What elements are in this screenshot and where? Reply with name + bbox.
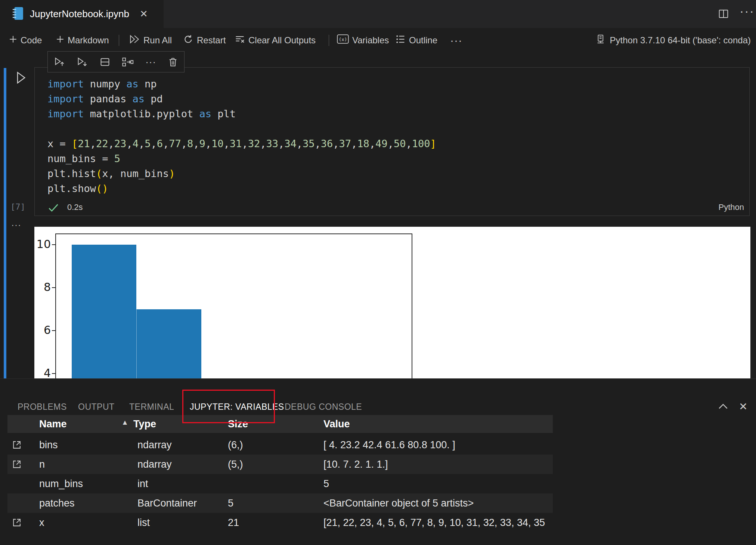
run-all-icon <box>129 34 140 47</box>
panel-close-icon[interactable]: ✕ <box>739 400 747 413</box>
column-header-value[interactable]: Value <box>323 418 350 430</box>
variable-row-num_bins[interactable]: num_binsint5 <box>7 474 553 493</box>
variable-value: [10. 7. 2. 1. 1.] <box>323 459 551 470</box>
cell-more-actions-icon[interactable]: ··· <box>145 60 156 64</box>
plus-icon <box>9 35 17 46</box>
panel-collapse-chevron-icon[interactable] <box>718 403 728 411</box>
output-more-actions-icon[interactable]: ··· <box>11 220 21 230</box>
delete-cell-icon[interactable] <box>168 57 178 67</box>
cell-hover-toolbar: ··· <box>47 51 185 72</box>
y-axis-spine <box>55 233 56 378</box>
vscode-window: JupyterNotebook.ipynb ✕ ··· Code Markdow… <box>0 0 756 545</box>
y-tick-label: 6 <box>35 323 51 337</box>
add-code-cell-button[interactable]: Code <box>9 28 42 52</box>
code-line[interactable]: plt.show() <box>47 181 436 196</box>
y-tick-label: 4 <box>35 366 51 378</box>
add-markdown-cell-button[interactable]: Markdown <box>56 28 109 52</box>
outline-icon <box>395 34 406 47</box>
sort-ascending-icon: ▲ <box>121 418 128 427</box>
code-line[interactable] <box>47 121 436 136</box>
code-line[interactable]: plt.hist(x, num_bins) <box>47 166 436 181</box>
variable-row-bins[interactable]: binsndarray(6,)[ 4. 23.2 42.4 61.6 80.8 … <box>7 435 553 455</box>
panel-tab-jupyter-variables[interactable]: JUPYTER: VARIABLES <box>190 402 284 413</box>
run-all-label: Run All <box>143 35 172 46</box>
split-cell-icon[interactable] <box>99 57 111 67</box>
split-editor-icon[interactable] <box>718 8 729 21</box>
histogram-bar <box>136 309 201 379</box>
matplotlib-histogram-output: 10864 <box>34 227 750 378</box>
y-tick-label: 10 <box>35 238 51 251</box>
variables-icon: (x) <box>337 34 349 46</box>
outline-button[interactable]: Outline <box>395 28 437 52</box>
run-cells-above-icon[interactable] <box>54 57 65 67</box>
variable-size: (5,) <box>228 459 243 470</box>
toolbar-separator <box>119 35 119 46</box>
variable-size: (6,) <box>228 439 243 451</box>
notebook-file-icon <box>11 6 24 22</box>
column-header-name[interactable]: Name <box>39 418 67 430</box>
add-code-label: Code <box>21 35 42 46</box>
variable-size: 5 <box>228 498 233 509</box>
open-data-viewer-icon[interactable] <box>11 439 22 453</box>
panel-tab-terminal[interactable]: TERMINAL <box>129 402 174 413</box>
restart-label: Restart <box>197 35 226 46</box>
variables-button[interactable]: (x) Variables <box>337 28 389 52</box>
cell-success-check-icon <box>48 203 59 214</box>
run-all-button[interactable]: Run All <box>129 28 172 52</box>
column-header-type[interactable]: Type <box>133 418 156 430</box>
cell-selection-indicator <box>4 68 6 378</box>
kernel-icon <box>596 34 606 47</box>
variable-type: BarContainer <box>137 498 197 509</box>
variable-value: [ 4. 23.2 42.4 61.6 80.8 100. ] <box>323 439 551 451</box>
code-line[interactable]: import numpy as np <box>47 77 436 92</box>
code-editor[interactable]: import numpy as npimport pandas as pdimp… <box>47 77 436 196</box>
cell-language-picker[interactable]: Python <box>719 202 744 212</box>
variable-name: n <box>39 459 45 470</box>
variable-type: ndarray <box>137 459 172 470</box>
variable-row-n[interactable]: nndarray(5,)[10. 7. 2. 1. 1.] <box>7 455 553 474</box>
tab-close-icon[interactable]: ✕ <box>140 8 148 20</box>
y-tick-mark <box>52 330 56 331</box>
panel-tab-output[interactable]: OUTPUT <box>78 402 115 413</box>
tab-jupyternotebook[interactable]: JupyterNotebook.ipynb ✕ <box>0 0 164 28</box>
variable-size: 21 <box>228 517 239 529</box>
join-cells-icon[interactable] <box>122 57 134 67</box>
y-tick-label: 8 <box>35 281 51 294</box>
variable-type: ndarray <box>137 439 172 451</box>
tab-title: JupyterNotebook.ipynb <box>30 8 129 20</box>
code-line[interactable]: import pandas as pd <box>47 92 436 106</box>
code-line[interactable]: num_bins = 5 <box>47 151 436 166</box>
panel-tab-debug-console[interactable]: DEBUG CONSOLE <box>285 402 362 413</box>
run-cell-and-below-icon[interactable] <box>77 57 88 67</box>
outline-label: Outline <box>409 35 437 46</box>
variable-value: 5 <box>323 478 551 490</box>
bottom-panel: PROBLEMSOUTPUTTERMINALJUPYTER: VARIABLES… <box>0 378 756 545</box>
editor-tab-bar: JupyterNotebook.ipynb ✕ ··· <box>0 0 756 28</box>
panel-tab-problems[interactable]: PROBLEMS <box>18 402 67 413</box>
variable-name: patches <box>39 498 75 509</box>
clear-all-outputs-button[interactable]: Clear All Outputs <box>235 28 316 52</box>
add-markdown-label: Markdown <box>68 35 109 46</box>
open-data-viewer-icon[interactable] <box>11 517 22 531</box>
toolbar-more-actions[interactable]: ··· <box>450 28 462 52</box>
variable-value: <BarContainer object of 5 artists> <box>323 498 551 509</box>
plus-icon <box>56 35 64 46</box>
variable-name: num_bins <box>39 478 83 490</box>
clear-outputs-icon <box>235 34 245 47</box>
code-line[interactable]: import matplotlib.pyplot as plt <box>47 106 436 121</box>
restart-icon <box>183 34 193 47</box>
y-tick-mark <box>52 287 56 288</box>
run-cell-button[interactable] <box>15 71 27 86</box>
restart-button[interactable]: Restart <box>183 28 226 52</box>
editor-more-actions-icon[interactable]: ··· <box>740 4 755 18</box>
code-line[interactable]: x = [21,22,23,4,5,6,77,8,9,10,31,32,33,3… <box>47 136 436 151</box>
kernel-picker[interactable]: Python 3.7.10 64-bit ('base': conda) <box>596 28 751 52</box>
column-header-size[interactable]: Size <box>228 418 248 430</box>
kernel-label: Python 3.7.10 64-bit ('base': conda) <box>610 35 751 46</box>
variable-row-x[interactable]: xlist21[21, 22, 23, 4, 5, 6, 77, 8, 9, 1… <box>7 513 553 532</box>
svg-text:(x): (x) <box>339 37 347 42</box>
clear-all-outputs-label: Clear All Outputs <box>248 35 316 46</box>
open-data-viewer-icon[interactable] <box>11 459 22 473</box>
y-tick-mark <box>52 373 56 374</box>
variable-row-patches[interactable]: patchesBarContainer5<BarContainer object… <box>7 493 553 513</box>
